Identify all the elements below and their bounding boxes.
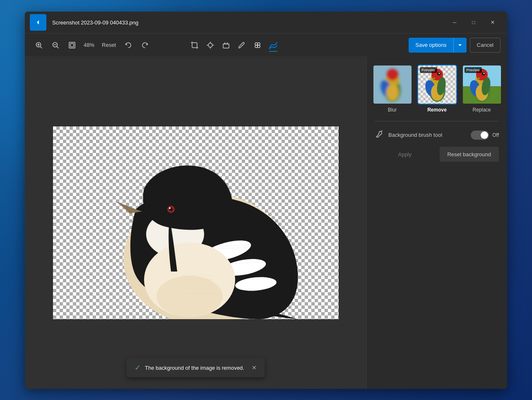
svg-rect-14 bbox=[223, 44, 229, 48]
undo-button[interactable] bbox=[121, 38, 136, 53]
bg-option-replace[interactable]: Preview bbox=[462, 65, 502, 113]
reset-background-button[interactable]: Reset background bbox=[440, 147, 499, 162]
blur-label: Blur bbox=[388, 107, 397, 113]
app-window: Screenshot 2023-09-09 040433.png ─ □ ✕ bbox=[25, 12, 507, 389]
svg-point-9 bbox=[208, 43, 212, 47]
svg-point-18 bbox=[255, 43, 258, 45]
maximize-button[interactable]: □ bbox=[464, 16, 483, 29]
draw-tool[interactable] bbox=[234, 38, 249, 53]
save-options-dropdown-button[interactable] bbox=[453, 38, 467, 53]
main-content: ✓ The background of the image is removed… bbox=[25, 56, 507, 389]
remove-label: Remove bbox=[427, 107, 447, 113]
erase-tool[interactable] bbox=[219, 38, 234, 53]
svg-point-54 bbox=[438, 73, 440, 74]
svg-point-65 bbox=[483, 73, 484, 74]
close-button[interactable]: ✕ bbox=[483, 16, 502, 29]
toolbar-right: Save options Cancel bbox=[409, 38, 501, 53]
title-bar: Screenshot 2023-09-09 040433.png ─ □ ✕ bbox=[25, 12, 507, 33]
bg-options: Blur Preview bbox=[375, 65, 499, 113]
reset-zoom-button[interactable]: Reset bbox=[99, 40, 119, 50]
svg-rect-7 bbox=[69, 42, 75, 48]
title-controls: ─ □ ✕ bbox=[445, 16, 502, 29]
center-tools bbox=[187, 38, 281, 53]
canvas-area[interactable]: ✓ The background of the image is removed… bbox=[25, 56, 366, 389]
brush-icon bbox=[375, 130, 383, 140]
svg-point-19 bbox=[258, 43, 260, 45]
redo-button[interactable] bbox=[137, 38, 152, 53]
svg-rect-8 bbox=[70, 44, 74, 47]
brush-tool-row: Background brush tool Off bbox=[375, 130, 499, 140]
svg-line-1 bbox=[41, 46, 42, 48]
zoom-value: 48% bbox=[81, 42, 97, 48]
minimize-button[interactable]: ─ bbox=[445, 16, 464, 29]
save-options-button[interactable]: Save options bbox=[409, 38, 453, 53]
svg-line-5 bbox=[57, 46, 59, 48]
svg-point-46 bbox=[386, 84, 399, 101]
save-options-group: Save options bbox=[409, 38, 466, 53]
crop-tool[interactable] bbox=[187, 38, 202, 53]
brush-tool-toggle[interactable] bbox=[471, 131, 489, 140]
panel-divider bbox=[375, 121, 499, 121]
file-name: Screenshot 2023-09-09 040433.png bbox=[52, 19, 138, 26]
svg-point-40 bbox=[156, 276, 223, 317]
zoom-in-button[interactable] bbox=[31, 38, 46, 53]
fit-button[interactable] bbox=[65, 38, 79, 53]
bg-option-blur[interactable]: Blur bbox=[373, 65, 412, 113]
toolbar: 48% Reset bbox=[25, 33, 507, 56]
svg-point-20 bbox=[255, 45, 258, 48]
replace-thumbnail: Preview bbox=[462, 65, 502, 104]
svg-point-44 bbox=[387, 69, 398, 80]
preview-badge-remove: Preview bbox=[420, 67, 437, 73]
svg-point-30 bbox=[169, 207, 171, 209]
adjust-tool[interactable] bbox=[203, 38, 218, 53]
toggle-container: Off bbox=[471, 131, 499, 140]
background-tool[interactable] bbox=[266, 38, 281, 53]
blur-thumbnail bbox=[373, 65, 412, 104]
effects-tool[interactable] bbox=[250, 38, 265, 53]
toast-notification: ✓ The background of the image is removed… bbox=[126, 358, 265, 377]
bg-option-remove[interactable]: Preview bbox=[417, 65, 457, 113]
action-buttons: Apply Reset background bbox=[375, 147, 499, 162]
remove-thumbnail: Preview bbox=[417, 65, 457, 104]
cancel-button[interactable]: Cancel bbox=[470, 38, 501, 53]
image-container bbox=[53, 126, 339, 319]
back-button[interactable] bbox=[30, 14, 46, 31]
right-panel: Blur Preview bbox=[366, 56, 507, 389]
success-icon: ✓ bbox=[135, 363, 141, 372]
toggle-state: Off bbox=[492, 132, 499, 138]
brush-tool-label: Background brush tool bbox=[388, 132, 466, 138]
toggle-knob bbox=[481, 131, 488, 139]
bird-image bbox=[53, 126, 339, 319]
toast-message: The background of the image is removed. bbox=[145, 365, 244, 371]
replace-label: Replace bbox=[472, 107, 491, 113]
toast-close-button[interactable]: ✕ bbox=[252, 364, 257, 371]
apply-button: Apply bbox=[375, 147, 435, 162]
zoom-out-button[interactable] bbox=[48, 38, 63, 53]
remove-checker: Preview bbox=[418, 65, 456, 104]
svg-point-21 bbox=[258, 45, 260, 48]
preview-badge-replace: Preview bbox=[465, 67, 482, 73]
